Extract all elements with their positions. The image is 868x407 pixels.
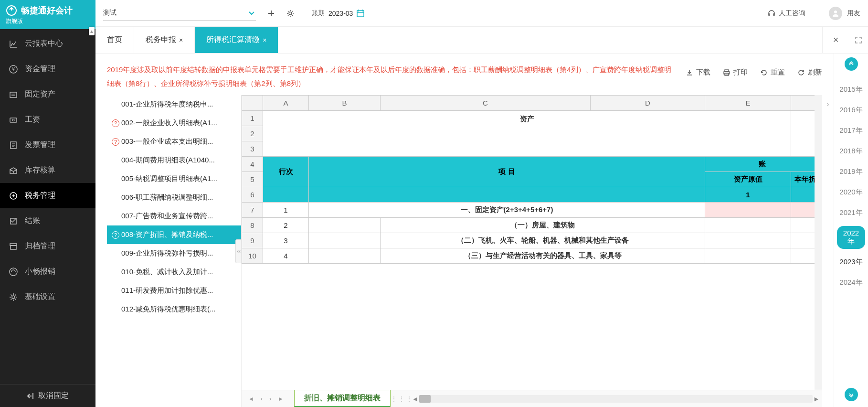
hxc-header[interactable]: 行次 [263,157,309,187]
col-header-d[interactable]: D [591,96,705,111]
report-item[interactable]: 012-减免所得税优惠明细表(... [107,300,241,319]
col-header-e[interactable]: E [705,96,791,111]
tab-tax-declare[interactable]: 税务申报 × [134,27,195,53]
report-item[interactable]: 010-免税、减计收入及加计... [107,263,241,281]
sidebar-item-money[interactable]: ¥资金管理 [0,56,95,82]
cell[interactable] [263,187,309,203]
acct-header[interactable]: 账 [705,157,820,172]
year-down-button[interactable] [845,388,858,401]
sheet-nav-first[interactable]: ◄ [248,396,254,402]
year-item[interactable]: 2023年 [834,252,868,272]
row-header-6[interactable]: 6 [242,187,263,203]
year-up-button[interactable] [845,57,858,71]
tab-home[interactable]: 首页 [95,27,134,53]
report-item[interactable]: ?008-资产折旧、摊销及纳税... [107,225,241,244]
add-button[interactable] [264,6,279,21]
year-item[interactable]: 2017年 [834,120,868,141]
sidebar-item-close-period[interactable]: 结账 [0,208,95,234]
cell-e10[interactable] [705,248,791,264]
settings-button[interactable] [283,6,298,21]
year-item[interactable]: 2018年 [834,141,868,161]
cell-c8[interactable]: （一）房屋、建筑物 [381,218,705,233]
row-header-8[interactable]: 8 [242,218,263,233]
sheet-nav-prev[interactable]: ‹ [261,396,263,402]
orig-value-header[interactable]: 资产原值 [705,172,791,187]
col-header-b[interactable]: B [309,96,381,111]
consult-button[interactable]: 人工咨询 [767,9,805,18]
sidebar-item-sales[interactable]: 小畅报销 [0,259,95,284]
cell-e8[interactable] [705,218,791,233]
cell[interactable] [309,187,705,203]
report-item[interactable]: 007-广告费和业务宣传费跨... [107,207,241,225]
row-header-3[interactable]: 3 [242,141,263,157]
report-item[interactable]: 006-职工薪酬纳税调整明细... [107,188,241,207]
print-button[interactable]: 打印 [723,68,748,77]
year-item[interactable]: 2019年 [834,161,868,182]
reset-button[interactable]: 重置 [760,68,785,77]
cell-e7[interactable] [705,203,791,218]
cell-a9[interactable]: 3 [263,233,309,248]
sidebar-item-archive[interactable]: 归档管理 [0,234,95,259]
report-item[interactable]: ?003-一般企业成本支出明细... [107,132,241,151]
sidebar-item-invoice[interactable]: 发票管理 [0,132,95,158]
row-header-7[interactable]: 7 [242,203,263,218]
year-item[interactable]: 2015年 [834,79,868,100]
cell-b7[interactable]: 一、固定资产(2+3+4+5+6+7) [309,203,705,218]
col-header-a[interactable]: A [263,96,309,111]
cell-c10[interactable]: （三）与生产经营活动有关的器具、工具、家具等 [381,248,705,264]
cell-a10[interactable]: 4 [263,248,309,264]
scroll-left-icon[interactable]: ◄ [412,395,419,403]
sidebar-item-asset[interactable]: 固定资产 [0,82,95,107]
report-item[interactable]: 009-企业所得税弥补亏损明... [107,244,241,263]
horizontal-scrollbar[interactable]: ◄ ► [410,395,822,403]
cell-b8[interactable] [309,218,381,233]
report-item[interactable]: ?002-一般企业收入明细表(A1... [107,114,241,132]
year-item[interactable]: 2022年 [837,226,865,249]
sheet-drag-handle[interactable]: ⋮⋮⋮ [391,395,410,403]
scroll-right-icon[interactable]: ► [813,395,820,403]
user-menu[interactable]: 用友 [829,7,860,20]
company-select[interactable]: 测试 [103,6,256,21]
corner-cell[interactable] [242,96,263,111]
col-header-c[interactable]: C [381,96,591,111]
cell-a7[interactable]: 1 [263,203,309,218]
sidebar-scroll-up[interactable]: ▲ [89,27,95,35]
close-icon[interactable]: × [179,36,183,44]
cell-e9[interactable] [705,233,791,248]
row-header-9[interactable]: 9 [242,233,263,248]
close-all-tabs-button[interactable]: × [822,27,849,53]
cell-a8[interactable]: 2 [263,218,309,233]
collapse-handle[interactable]: ‹‹ [235,239,242,263]
project-header[interactable]: 项 目 [309,157,705,187]
cell-b9[interactable] [309,233,381,248]
refresh-button[interactable]: 刷新 [797,68,822,77]
sidebar-item-chart[interactable]: 云报表中心 [0,31,95,56]
row-header-10[interactable]: 10 [242,248,263,264]
sidebar-item-stock[interactable]: 库存核算 [0,158,95,183]
sheet-tab[interactable]: 折旧、摊销调整明细表 [294,390,391,407]
row-header-1[interactable]: 1 [242,111,263,126]
row-header-2[interactable]: 2 [242,126,263,141]
expand-button[interactable] [849,27,868,53]
close-icon[interactable]: × [263,36,266,44]
row-header-4[interactable]: 4 [242,157,263,172]
sidebar-item-tax[interactable]: 税务管理 [0,183,95,208]
cell-b10[interactable] [309,248,381,264]
calendar-button[interactable] [356,9,365,18]
year-item[interactable]: 2024年 [834,272,868,293]
cell-c9[interactable]: （二）飞机、火车、轮船、机器、机械和其他生产设备 [381,233,705,248]
year-item[interactable]: 2016年 [834,100,868,120]
report-item[interactable]: 005-纳税调整项目明细表(A1... [107,170,241,188]
sidebar-item-settings[interactable]: 基础设置 [0,284,95,310]
col-num-1[interactable]: 1 [705,187,791,203]
year-item[interactable]: 2020年 [834,182,868,203]
download-button[interactable]: 下载 [686,68,710,77]
year-item[interactable]: 2021年 [834,203,868,223]
sheet-nav-next[interactable]: › [269,396,271,402]
title-cell[interactable]: 资产 [263,111,791,157]
vertical-scrollbar[interactable] [815,95,822,390]
report-item[interactable]: 004-期间费用明细表(A1040... [107,151,241,170]
sidebar-item-salary[interactable]: 工资 [0,107,95,132]
expand-right-handle[interactable]: › [824,97,832,111]
report-item[interactable]: 001-企业所得税年度纳税申... [107,95,241,114]
